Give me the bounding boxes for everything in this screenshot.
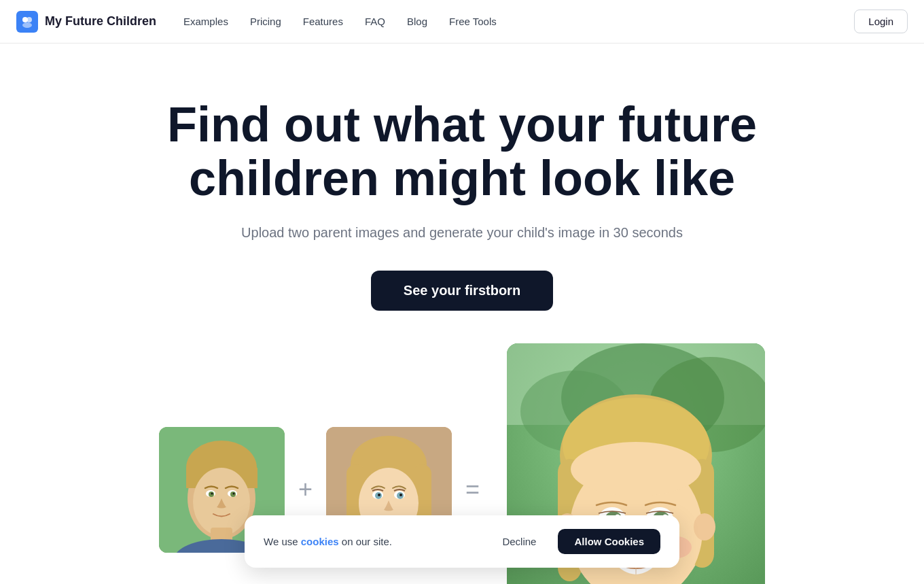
nav-link-free-tools[interactable]: Free Tools <box>449 16 497 27</box>
hero-subheading: Upload two parent images and generate yo… <box>16 222 908 243</box>
hero-section: Find out what your future children might… <box>0 44 924 343</box>
nav-link-blog[interactable]: Blog <box>407 16 427 27</box>
logo-icon <box>16 11 38 33</box>
svg-point-2 <box>22 22 32 28</box>
svg-point-45 <box>571 442 701 496</box>
svg-point-27 <box>378 494 380 496</box>
cookie-banner: We use cookies on our site. Decline Allo… <box>245 515 679 568</box>
svg-point-13 <box>232 492 234 494</box>
hero-headline: Find out what your future children might… <box>156 98 768 205</box>
decline-button[interactable]: Decline <box>488 529 550 554</box>
logo-link[interactable]: My Future Children <box>16 11 156 33</box>
svg-point-28 <box>399 494 402 496</box>
svg-point-1 <box>26 17 32 22</box>
navbar: My Future Children Examples Pricing Feat… <box>0 0 924 44</box>
logo-text: My Future Children <box>45 14 156 29</box>
allow-cookies-button[interactable]: Allow Cookies <box>558 529 660 554</box>
nav-right: Login <box>854 10 908 33</box>
login-button[interactable]: Login <box>854 10 908 33</box>
nav-links: Examples Pricing Features FAQ Blog Free … <box>183 16 854 27</box>
nav-link-pricing[interactable]: Pricing <box>250 16 281 27</box>
cookie-text: We use cookies on our site. <box>264 536 472 547</box>
plus-operator: + <box>285 475 326 504</box>
nav-link-faq[interactable]: FAQ <box>365 16 385 27</box>
svg-point-47 <box>694 513 715 540</box>
nav-link-examples[interactable]: Examples <box>183 16 228 27</box>
equals-operator: = <box>452 475 493 504</box>
svg-point-12 <box>211 492 213 494</box>
cookie-actions: Decline Allow Cookies <box>488 529 660 554</box>
nav-link-features[interactable]: Features <box>303 16 343 27</box>
cookie-text-after: on our site. <box>339 536 392 547</box>
cta-button[interactable]: See your firstborn <box>371 271 553 311</box>
cookie-text-before: We use <box>264 536 301 547</box>
cookie-link[interactable]: cookies <box>301 536 339 547</box>
